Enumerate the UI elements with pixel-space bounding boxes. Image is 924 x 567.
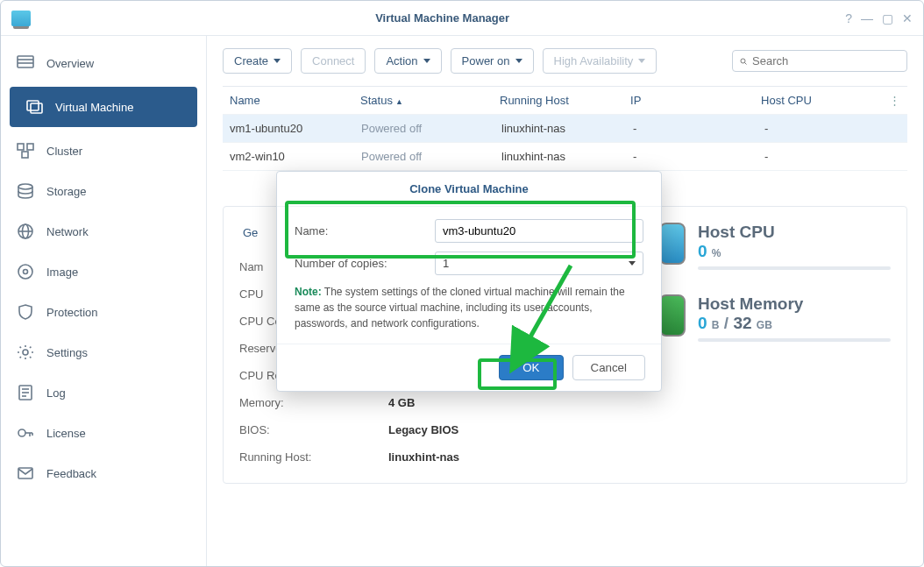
cancel-button[interactable]: Cancel (572, 355, 646, 380)
sidebar-item-log[interactable]: Log (1, 372, 206, 413)
log-icon (17, 385, 34, 400)
host-cpu-stat: Host CPU 0 % (659, 223, 891, 270)
sidebar-item-storage[interactable]: Storage (1, 171, 206, 211)
sidebar-item-overview[interactable]: Overview (1, 43, 206, 83)
window-title: Virtual Machine Manager (39, 11, 845, 25)
sidebar-item-label: Settings (46, 346, 88, 359)
search-input[interactable] (752, 54, 899, 67)
clone-vm-dialog: Clone Virtual Machine Name: Number of co… (276, 171, 662, 392)
cpu-chip-icon (659, 223, 686, 265)
maximize-icon[interactable]: ▢ (882, 11, 893, 25)
sidebar-item-protection[interactable]: Protection (1, 292, 206, 332)
network-icon (17, 223, 34, 239)
shield-icon (17, 304, 34, 320)
col-status[interactable]: Status▲ (360, 94, 500, 107)
copies-select[interactable]: 1 (435, 252, 643, 275)
chevron-down-icon (629, 261, 636, 266)
note-text: Note: The system settings of the cloned … (295, 284, 643, 331)
toolbar: Create Connect Action Power on High Avai… (223, 48, 907, 74)
sidebar-item-feedback[interactable]: Feedback (1, 453, 206, 493)
cluster-icon (17, 143, 34, 159)
sidebar-item-label: Protection (46, 306, 98, 319)
sidebar-item-label: Image (46, 266, 78, 279)
search-box[interactable] (732, 50, 907, 72)
name-label: Name: (295, 224, 435, 237)
host-memory-stat: Host Memory 0 B / 32 GB (659, 294, 891, 342)
svg-point-19 (18, 429, 25, 436)
vm-table: Name Status▲ Running Host IP Host CPU ⋮ … (223, 86, 907, 171)
sidebar-item-label: Network (46, 225, 89, 238)
sidebar-item-label: Storage (46, 185, 87, 198)
copies-label: Number of copies: (295, 257, 435, 270)
titlebar: Virtual Machine Manager ? — ▢ ✕ (1, 1, 923, 36)
svg-rect-5 (18, 144, 24, 150)
name-input[interactable] (435, 219, 643, 243)
sidebar-item-label: Virtual Machine (55, 101, 133, 114)
app-icon (11, 11, 31, 26)
sidebar-item-label: Overview (46, 57, 94, 70)
close-icon[interactable]: ✕ (902, 11, 913, 25)
overview-icon (17, 55, 34, 71)
chevron-down-icon (515, 59, 522, 63)
gear-icon (17, 344, 34, 360)
storage-icon (17, 183, 34, 199)
table-row[interactable]: vm1-ubuntu20 Powered off linuxhint-nas -… (223, 115, 907, 143)
key-icon (17, 425, 34, 441)
svg-point-14 (23, 350, 28, 355)
dialog-title: Clone Virtual Machine (277, 172, 661, 207)
sidebar-item-virtual-machine[interactable]: Virtual Machine (10, 87, 197, 127)
col-cpu[interactable]: Host CPU (761, 94, 883, 107)
ha-button[interactable]: High Availability (543, 48, 657, 74)
image-icon (17, 264, 34, 280)
sidebar-item-settings[interactable]: Settings (1, 332, 206, 372)
col-name[interactable]: Name (230, 94, 360, 107)
svg-line-25 (745, 62, 747, 64)
ok-button[interactable]: OK (499, 355, 563, 380)
col-options[interactable]: ⋮ (883, 94, 900, 107)
search-icon (740, 55, 747, 67)
sidebar: Overview Virtual Machine Cluster Storage… (1, 36, 207, 566)
memory-chip-icon (659, 294, 686, 337)
sidebar-item-license[interactable]: License (1, 413, 206, 453)
sidebar-item-label: License (46, 427, 86, 440)
table-header: Name Status▲ Running Host IP Host CPU ⋮ (223, 87, 907, 115)
svg-point-8 (18, 184, 32, 189)
svg-point-24 (741, 59, 745, 63)
svg-rect-6 (27, 144, 33, 150)
chevron-down-icon (638, 59, 645, 63)
col-host[interactable]: Running Host (500, 94, 630, 107)
mail-icon (17, 465, 34, 481)
sidebar-item-network[interactable]: Network (1, 211, 206, 252)
tab-general[interactable]: Ge (239, 219, 261, 246)
svg-rect-7 (22, 152, 28, 158)
create-button[interactable]: Create (223, 48, 292, 74)
sidebar-item-image[interactable]: Image (1, 252, 206, 292)
svg-point-12 (18, 265, 32, 279)
action-button[interactable]: Action (374, 48, 441, 74)
help-icon[interactable]: ? (845, 11, 852, 25)
svg-rect-4 (31, 103, 42, 113)
svg-rect-3 (27, 101, 39, 110)
vm-icon (25, 99, 43, 115)
svg-point-13 (24, 270, 28, 274)
power-on-button[interactable]: Power on (451, 48, 534, 74)
minimize-icon[interactable]: — (861, 11, 873, 25)
table-row[interactable]: vm2-win10 Powered off linuxhint-nas - - (223, 143, 907, 171)
sidebar-item-label: Log (46, 386, 66, 400)
sidebar-item-cluster[interactable]: Cluster (1, 131, 206, 171)
sidebar-item-label: Feedback (46, 467, 96, 480)
col-ip[interactable]: IP (630, 94, 761, 107)
svg-rect-0 (18, 56, 33, 67)
chevron-down-icon (423, 59, 430, 63)
chevron-down-icon (274, 59, 281, 63)
sort-asc-icon: ▲ (395, 97, 403, 106)
sidebar-item-label: Cluster (46, 145, 82, 158)
connect-button[interactable]: Connect (301, 48, 366, 74)
